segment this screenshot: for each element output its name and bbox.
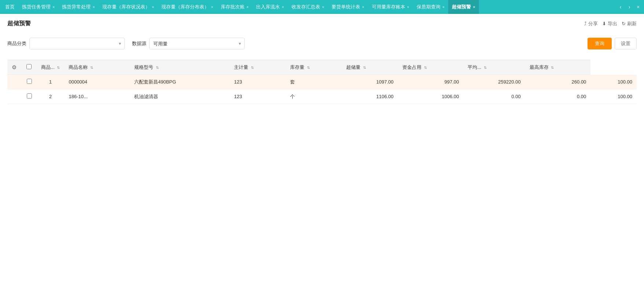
close-icon[interactable]: × [211,5,213,9]
datasource-label: 数据源 [132,40,146,47]
unit-header[interactable]: 主计量 ⇅ [230,60,286,75]
row-overstock: 997.00 [398,75,464,89]
nav-tab-task-mgmt[interactable]: 拣货任务管理 × [18,0,58,14]
max-stock-header[interactable]: 最高库存 ⇅ [525,60,591,75]
spec-header[interactable]: 规格型号 ⇅ [130,60,230,75]
export-icon: ⬇ [602,21,606,26]
nav-tab-order-stats[interactable]: 要货单统计表 × [328,0,368,14]
row-spec: 123 [230,89,286,104]
nav-arrows: ‹ › × [616,0,643,14]
row-unit: 个 [286,89,342,104]
close-icon[interactable]: × [407,5,409,9]
overstock-header[interactable]: 超储量 ⇅ [342,60,398,75]
category-select[interactable] [29,38,125,49]
row-max-stock: 100.00 [590,75,637,89]
row-product-name: 机油滤清器 [130,89,230,104]
close-icon[interactable]: × [282,5,284,9]
inventory-header[interactable]: 库存量 ⇅ [286,60,342,75]
gear-column-header[interactable]: ⚙ [7,60,22,75]
row-unit: 套 [286,75,342,89]
refresh-button[interactable]: ↻ 刷新 [622,21,637,27]
row-capital-usage: 259220.00 [463,75,525,89]
row-inventory: 1106.00 [342,89,398,104]
query-button[interactable]: 查询 [588,38,612,49]
close-icon[interactable]: × [322,5,324,9]
row-avg: 260.00 [525,75,591,89]
row-checkbox[interactable] [27,79,32,84]
row-product-code: 0000004 [64,75,130,89]
sort-icon: ⇅ [484,66,487,70]
category-select-wrap: ▾ [29,38,125,49]
share-button[interactable]: ⤴ 分享 [584,21,598,27]
sort-icon: ⇅ [363,66,366,70]
table-header-row: ⚙ 商品... ⇅ 商品名称 ⇅ 规格型号 ⇅ 主计量 [7,60,637,75]
product-name-header[interactable]: 商品名称 ⇅ [64,60,130,75]
product-code-header[interactable]: 商品... ⇅ [37,60,64,75]
filter-bar: 商品分类 ▾ 数据源 可用量 库存量 ▾ 查询 设置 [7,33,637,54]
export-button[interactable]: ⬇ 导出 [602,21,617,27]
row-overstock: 1006.00 [398,89,464,104]
datasource-select-wrap: 可用量 库存量 ▾ [149,38,245,49]
close-icon[interactable]: × [92,5,95,9]
close-icon[interactable]: × [442,5,444,9]
nav-tab-inventory-status[interactable]: 现存量（库存状况表） × [99,0,158,14]
header-actions: ⤴ 分享 ⬇ 导出 ↻ 刷新 [584,21,637,27]
sort-icon: ⇅ [251,66,254,70]
page-header: 超储预警 ⤴ 分享 ⬇ 导出 ↻ 刷新 [7,20,637,27]
close-icon[interactable]: × [152,5,154,9]
checkbox-column-header[interactable] [22,60,37,75]
row-checkbox-cell[interactable] [22,89,37,104]
row-product-name: 六配套新昌490BPG [130,75,230,89]
sort-icon: ⇅ [551,66,554,70]
page-title: 超储预警 [7,20,31,27]
top-navigation: 首页 拣货任务管理 × 拣货异常处理 × 现存量（库存状况表） × 现存量（库存… [0,0,644,14]
close-icon[interactable]: × [52,5,55,9]
close-icon[interactable]: × [362,5,364,9]
nav-prev-button[interactable]: ‹ [616,0,625,14]
sort-icon: ⇅ [156,66,159,70]
row-max-stock: 100.00 [590,89,637,104]
nav-tab-available-stock[interactable]: 可用量库存账本 × [368,0,413,14]
capital-usage-header[interactable]: 资金占用 ⇅ [398,60,464,75]
nav-tab-batch-account[interactable]: 库存批次账 × [217,0,252,14]
gear-icon[interactable]: ⚙ [12,64,17,70]
nav-close-button[interactable]: × [634,0,643,14]
row-index: 1 [37,75,64,89]
category-filter: 商品分类 ▾ [7,38,125,49]
select-all-checkbox[interactable] [26,64,32,69]
main-content: 超储预警 ⤴ 分享 ⬇ 导出 ↻ 刷新 商品分类 ▾ [0,14,644,293]
datasource-select[interactable]: 可用量 库存量 [149,38,245,49]
nav-tab-inventory-dist[interactable]: 现存量（库存分布表） × [158,0,217,14]
row-capital-usage: 0.00 [463,89,525,104]
nav-tab-abnormal-process[interactable]: 拣货异常处理 × [58,0,98,14]
sort-icon: ⇅ [307,66,310,70]
nav-next-button[interactable]: › [625,0,634,14]
table-body: 1 0000004 六配套新昌490BPG 123 套 1097.00 997.… [7,75,637,104]
nav-tab-overstock-warning[interactable]: 超储预警 × [448,0,479,14]
sort-icon: ⇅ [424,66,427,70]
row-checkbox-cell[interactable] [22,75,37,89]
sort-icon: ⇅ [90,66,93,70]
filter-buttons: 查询 设置 [588,38,637,49]
close-icon[interactable]: × [473,5,475,9]
table-row: 1 0000004 六配套新昌490BPG 123 套 1097.00 997.… [7,75,637,89]
row-checkbox[interactable] [27,93,32,99]
close-icon[interactable]: × [246,5,249,9]
row-product-code: 186-10... [64,89,130,104]
table-row: 2 186-10... 机油滤清器 123 个 1106.00 1006.00 … [7,89,637,104]
datasource-filter: 数据源 可用量 库存量 ▾ [132,38,245,49]
row-index: 2 [37,89,64,104]
settings-button[interactable]: 设置 [615,38,637,49]
row-gear-cell [7,89,22,104]
nav-tab-inout-flow[interactable]: 出入库流水 × [252,0,288,14]
data-table: ⚙ 商品... ⇅ 商品名称 ⇅ 规格型号 ⇅ 主计量 [7,60,637,104]
row-avg: 0.00 [525,89,591,104]
refresh-icon: ↻ [622,21,626,26]
nav-tab-receive-send[interactable]: 收发存汇总表 × [288,0,328,14]
nav-tab-quality-check[interactable]: 保质期查询 × [413,0,448,14]
row-spec: 123 [230,75,286,89]
sort-icon: ⇅ [57,66,60,70]
avg-header[interactable]: 平均... ⇅ [463,60,525,75]
row-gear-cell [7,75,22,89]
nav-tab-home[interactable]: 首页 [1,0,18,14]
